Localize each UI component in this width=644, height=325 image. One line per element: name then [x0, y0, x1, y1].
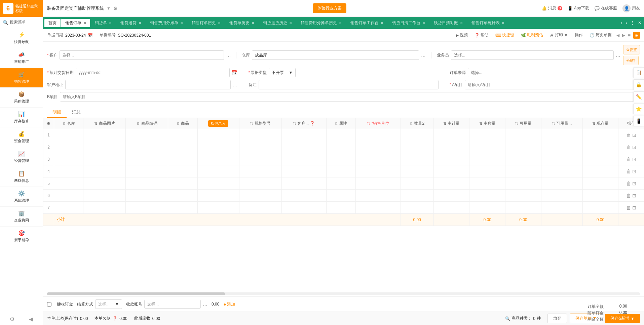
row-6-spec[interactable] [239, 190, 281, 202]
one-click-checkbox-input[interactable] [47, 302, 51, 307]
row-1-image[interactable] [83, 129, 126, 141]
row-2-sales-unit[interactable] [356, 141, 401, 153]
print-dropdown-icon[interactable]: ▼ [564, 33, 568, 38]
discard-button[interactable]: 放弃 [547, 314, 567, 323]
float-lock-btn[interactable]: 🔒 [633, 79, 644, 90]
float-clipboard-btn[interactable]: 📋 [633, 67, 644, 78]
tab-more-arrow[interactable]: ⋮ [629, 20, 636, 26]
row-5-code[interactable] [126, 177, 168, 190]
row-1-current-qty[interactable] [582, 129, 618, 141]
app-download-item[interactable]: 📱 App下载 [568, 5, 589, 11]
add-payment-btn[interactable]: ● 添加 [223, 301, 235, 307]
tab-close-order-stats[interactable]: ✕ [502, 21, 504, 25]
tab-fee-split[interactable]: 销售费用分摊单 ✕ [146, 19, 187, 27]
tab-daily-reconcile[interactable]: 钱货日清对账 ✕ [430, 19, 467, 27]
row-6-copy-icon[interactable]: ⊡ [632, 193, 636, 198]
tab-fee-history[interactable]: 销售费用分摊单历史 ✕ [297, 19, 346, 27]
address-more-icon[interactable]: … [233, 82, 237, 87]
warehouse-more-icon[interactable]: … [421, 52, 426, 58]
row-4-current-qty[interactable] [582, 165, 618, 177]
row-7-attrs[interactable] [326, 202, 355, 214]
row-2-main-qty[interactable] [469, 141, 505, 153]
a-project-input[interactable] [465, 80, 640, 89]
sidebar-item-newbie[interactable]: 🎯 新手引导 [0, 227, 43, 246]
sidebar-item-sales[interactable]: 🛒 销售管理 [0, 68, 43, 88]
row-5-current-qty[interactable] [582, 177, 618, 190]
row-7-image[interactable] [83, 202, 126, 214]
sidebar-item-purchase[interactable]: 📦 采购管理 [0, 88, 43, 108]
row-4-available-qty2[interactable] [541, 165, 582, 177]
notification-item[interactable]: 🔔 消息 9 [542, 5, 562, 11]
order-source-input[interactable] [468, 68, 634, 77]
row-5-customer-code[interactable] [281, 177, 326, 190]
tab-summary[interactable]: 汇总 [67, 107, 86, 118]
row-1-qty2[interactable] [401, 129, 433, 141]
row-3-available-qty2[interactable] [541, 153, 582, 165]
row-6-product[interactable] [168, 190, 197, 202]
row-2-available-qty2[interactable] [541, 141, 582, 153]
row-3-delete-icon[interactable]: 🗑 [626, 157, 631, 162]
row-3-customer-code[interactable] [281, 153, 326, 165]
row-7-main-qty[interactable] [469, 202, 505, 214]
row-1-sales-unit[interactable] [356, 129, 401, 141]
customer-input[interactable] [60, 50, 224, 60]
sidebar-item-inventory[interactable]: 📊 库存核算 [0, 108, 43, 127]
settings-gear-icon[interactable]: ⚙ [113, 6, 118, 11]
row-2-available-qty[interactable] [505, 141, 541, 153]
row-7-code[interactable] [126, 202, 168, 214]
tab-order-history[interactable]: 销售订单历史 ✕ [188, 19, 225, 27]
row-7-main-unit[interactable] [433, 202, 469, 214]
row-6-delete-icon[interactable]: 🗑 [626, 193, 631, 198]
prev-record-icon[interactable]: ◀ [616, 33, 619, 38]
row-6-sales-unit[interactable] [356, 190, 401, 202]
tab-close-all[interactable]: ✕ [637, 20, 643, 26]
dropdown-icon[interactable]: ▼ [107, 6, 111, 11]
row-4-code[interactable] [126, 165, 168, 177]
help-btn[interactable]: ❓ 帮助 [472, 32, 491, 39]
row-1-copy-icon[interactable]: ⊡ [632, 132, 636, 138]
row-1-attrs[interactable] [326, 129, 355, 141]
row-5-main-unit[interactable] [433, 177, 469, 190]
row-6-attrs[interactable] [326, 190, 355, 202]
tab-close-order-workbench[interactable]: ✕ [381, 21, 383, 25]
row-3-product[interactable] [168, 153, 197, 165]
row-2-product[interactable] [168, 141, 197, 153]
float-mobile-btn[interactable]: 📱 [633, 116, 644, 126]
tab-close-daily-workbench[interactable]: ✕ [422, 21, 425, 25]
sidebar-item-enterprise[interactable]: 🏢 企业协同 [0, 207, 43, 227]
row-5-warehouse[interactable] [54, 177, 83, 190]
sidebar-item-base[interactable]: 📋 基础信息 [0, 167, 43, 187]
next-record-icon[interactable]: ▶ [622, 33, 625, 38]
row-3-code[interactable] [126, 153, 168, 165]
row-5-image[interactable] [83, 177, 126, 190]
row-6-qty2[interactable] [401, 190, 433, 202]
single-no-value[interactable]: SO-20230324-001 [118, 33, 151, 38]
row-5-available-qty2[interactable] [541, 177, 582, 190]
row-6-available-qty2[interactable] [541, 190, 582, 202]
row-3-available-qty[interactable] [505, 153, 541, 165]
row-1-code[interactable] [126, 129, 168, 141]
row-4-copy-icon[interactable]: ⊡ [632, 169, 636, 174]
shortcut-btn[interactable]: ⌨ 快捷键 [493, 32, 516, 39]
row-2-current-qty[interactable] [582, 141, 618, 153]
row-5-main-qty[interactable] [469, 177, 505, 190]
row-5-delete-icon[interactable]: 🗑 [626, 181, 631, 186]
row-4-product[interactable] [168, 165, 197, 177]
row-4-main-unit[interactable] [433, 165, 469, 177]
row-5-copy-icon[interactable]: ⊡ [632, 181, 636, 186]
row-7-spec[interactable] [239, 202, 281, 214]
receipt-more-icon[interactable]: … [203, 301, 207, 307]
user-item[interactable]: 👤 用友 [622, 4, 640, 12]
receipt-no-input[interactable] [144, 300, 201, 309]
salesperson-more-icon[interactable]: … [616, 52, 620, 58]
sidebar-item-finance[interactable]: 💰 资金管理 [0, 127, 43, 147]
row-6-image[interactable] [83, 190, 126, 202]
profit-btn[interactable]: 🌿 毛利预估 [519, 32, 545, 39]
row-4-qty2[interactable] [401, 165, 433, 177]
b-project-input[interactable] [60, 92, 640, 101]
salesperson-input[interactable] [451, 50, 614, 60]
row-1-customer-code[interactable] [281, 129, 326, 141]
invoice-type-select[interactable]: 不开票 ▼ [269, 68, 296, 77]
row-4-attrs[interactable] [326, 165, 355, 177]
row-5-product[interactable] [168, 177, 197, 190]
